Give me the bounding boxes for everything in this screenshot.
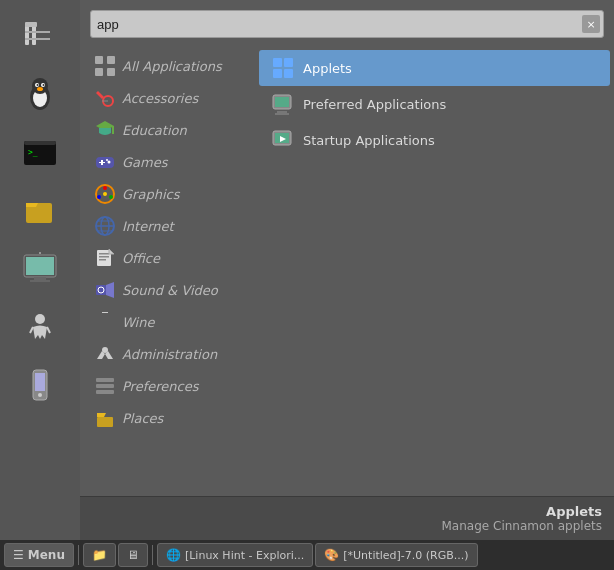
- status-description: Manage Cinnamon applets: [442, 519, 602, 533]
- sound-video-icon: [94, 279, 116, 301]
- category-list: All Applications Accessories: [80, 46, 255, 496]
- taskbar-separator-2: [152, 545, 153, 565]
- category-item-internet[interactable]: Internet: [84, 210, 251, 242]
- mobile-icon: [20, 365, 60, 405]
- svg-point-37: [108, 161, 111, 164]
- svg-rect-58: [96, 378, 114, 382]
- menu-panel: × All Applications: [80, 0, 614, 540]
- svg-rect-20: [30, 280, 50, 282]
- accessories-label: Accessories: [122, 91, 198, 106]
- sidebar-item-files[interactable]: [10, 184, 70, 238]
- sidebar: >_: [0, 0, 80, 540]
- svg-point-21: [39, 252, 41, 254]
- category-item-education[interactable]: Education: [84, 114, 251, 146]
- graphics-label: Graphics: [122, 187, 179, 202]
- app-item-preferred[interactable]: Preferred Applications: [259, 86, 610, 122]
- penguin-icon: [20, 75, 60, 115]
- terminal-taskbar-icon: 🖥: [127, 548, 139, 562]
- svg-rect-33: [112, 126, 114, 134]
- sidebar-item-tools[interactable]: [10, 10, 70, 64]
- tools-icon: [20, 17, 60, 57]
- preferred-app-icon: [271, 92, 295, 116]
- graphics-icon: [94, 183, 116, 205]
- preferences-icon: [94, 375, 116, 397]
- menu-content: All Applications Accessories: [80, 46, 614, 496]
- sidebar-item-penguin[interactable]: [10, 68, 70, 122]
- category-item-administration[interactable]: Administration: [84, 338, 251, 370]
- apps-list: Applets Preferred Applications: [255, 46, 614, 496]
- svg-rect-67: [275, 97, 289, 107]
- wine-label: Wine: [122, 315, 154, 330]
- firefox-taskbar-icon: 🌐: [166, 548, 181, 562]
- svg-point-57: [102, 347, 108, 353]
- display-icon: [20, 249, 60, 289]
- gimp-taskbar-icon: 🎨: [324, 548, 339, 562]
- svg-rect-61: [97, 417, 113, 427]
- sidebar-item-run[interactable]: [10, 300, 70, 354]
- svg-rect-28: [95, 68, 103, 76]
- files-taskbar-icon: 📁: [92, 548, 107, 562]
- administration-label: Administration: [122, 347, 217, 362]
- taskbar-menu-button[interactable]: ☰ Menu: [4, 543, 74, 567]
- taskbar: ☰ Menu 📁 🖥 🌐 [Linux Hint - Explori... 🎨 …: [0, 540, 614, 570]
- games-icon: [94, 151, 116, 173]
- svg-rect-68: [277, 111, 287, 113]
- svg-rect-50: [99, 253, 109, 255]
- category-item-wine[interactable]: Wine: [84, 306, 251, 338]
- applets-app-icon: [271, 56, 295, 80]
- svg-rect-19: [34, 277, 46, 280]
- svg-point-12: [37, 87, 43, 91]
- svg-rect-4: [25, 22, 37, 27]
- taskbar-firefox-button[interactable]: 🌐 [Linux Hint - Explori...: [157, 543, 313, 567]
- svg-rect-14: [24, 141, 56, 145]
- taskbar-separator-1: [78, 545, 79, 565]
- administration-icon: [94, 343, 116, 365]
- category-item-graphics[interactable]: Graphics: [84, 178, 251, 210]
- all-apps-icon: [94, 55, 116, 77]
- applets-app-label: Applets: [303, 61, 352, 76]
- svg-rect-52: [99, 259, 106, 261]
- svg-rect-59: [96, 384, 114, 388]
- svg-point-22: [35, 314, 45, 324]
- svg-rect-60: [96, 390, 114, 394]
- internet-icon: [94, 215, 116, 237]
- sidebar-item-display[interactable]: [10, 242, 70, 296]
- svg-rect-18: [26, 257, 54, 275]
- all-apps-label: All Applications: [122, 59, 222, 74]
- app-item-applets[interactable]: Applets: [259, 50, 610, 86]
- svg-rect-51: [99, 256, 109, 258]
- menu-icon: ☰: [13, 548, 24, 562]
- places-icon: [94, 407, 116, 429]
- category-item-games[interactable]: Games: [84, 146, 251, 178]
- app-item-startup[interactable]: Startup Applications: [259, 122, 610, 158]
- category-item-sound-video[interactable]: Sound & Video: [84, 274, 251, 306]
- accessories-icon: [94, 87, 116, 109]
- sidebar-item-mobile[interactable]: [10, 358, 70, 412]
- category-item-places[interactable]: Places: [84, 402, 251, 434]
- search-input[interactable]: [90, 10, 604, 38]
- taskbar-gimp-button[interactable]: 🎨 [*Untitled]-7.0 (RGB...): [315, 543, 477, 567]
- svg-point-7: [32, 78, 48, 94]
- category-item-accessories[interactable]: Accessories: [84, 82, 251, 114]
- svg-point-43: [103, 192, 107, 196]
- search-bar: ×: [80, 0, 614, 46]
- svg-point-42: [97, 195, 101, 199]
- category-item-office[interactable]: Office: [84, 242, 251, 274]
- firefox-taskbar-label: [Linux Hint - Explori...: [185, 549, 304, 562]
- preferred-app-label: Preferred Applications: [303, 97, 446, 112]
- wine-icon: [94, 311, 116, 333]
- svg-rect-36: [99, 162, 105, 163]
- office-label: Office: [122, 251, 160, 266]
- svg-rect-26: [95, 56, 103, 64]
- svg-rect-69: [275, 113, 289, 115]
- office-icon: [94, 247, 116, 269]
- status-bar: Applets Manage Cinnamon applets: [80, 496, 614, 540]
- search-clear-button[interactable]: ×: [582, 15, 600, 33]
- terminal-icon: >_: [20, 133, 60, 173]
- category-item-preferences[interactable]: Preferences: [84, 370, 251, 402]
- sidebar-item-terminal[interactable]: >_: [10, 126, 70, 180]
- games-label: Games: [122, 155, 167, 170]
- taskbar-terminal-button[interactable]: 🖥: [118, 543, 148, 567]
- category-item-all[interactable]: All Applications: [84, 50, 251, 82]
- taskbar-files-button[interactable]: 📁: [83, 543, 116, 567]
